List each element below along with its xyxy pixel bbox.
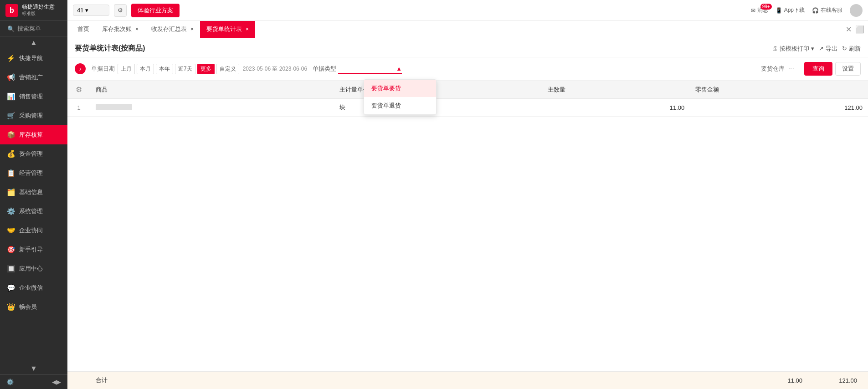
nav-icon-应用中心: 🔲 (6, 264, 15, 273)
sidebar-item-label: 应用中心 (19, 265, 43, 273)
sidebar-item-企业协同[interactable]: 🤝 企业协同 (0, 221, 67, 240)
sidebar-item-系统管理[interactable]: ⚙️ 系统管理 (0, 202, 67, 221)
sidebar-item-基础信息[interactable]: 🗂️ 基础信息 (0, 183, 67, 202)
sidebar-scroll-up[interactable]: ▲ (0, 37, 67, 49)
user-avatar[interactable] (850, 4, 863, 17)
refresh-label: 刷新 (849, 45, 861, 53)
nav-icon-企业微信: 💬 (6, 283, 15, 292)
date-btn-last-month[interactable]: 上月 (118, 64, 135, 74)
sidebar-collapse-icon[interactable]: ◀▶ (52, 379, 61, 385)
settings-icon[interactable]: ⚙️ (6, 379, 14, 385)
dropdown-item-label: 要货单退货 (371, 102, 401, 109)
dropdown-item-要货单要货[interactable]: 要货单要货 (364, 80, 436, 97)
sidebar-item-企业微信[interactable]: 💬 企业微信 (0, 278, 67, 297)
nav-icon-系统管理: ⚙️ (6, 207, 15, 216)
tab-close-icon[interactable]: × (190, 26, 194, 32)
sidebar-search[interactable]: 🔍 搜索菜单 (0, 21, 67, 37)
date-btn-7days[interactable]: 近7天 (175, 64, 195, 74)
table-container: ⚙ 商品 主计量单位 主数量 零售金额 1 (67, 81, 868, 371)
date-btn-this-month[interactable]: 本月 (137, 64, 154, 74)
tabsbar: 首页 库存批次账 × 收发存汇总表 × 要货单统计表 × ✕ ⬜ (67, 21, 868, 38)
filter-bar: › 单据日期 上月 本月 本年 近7天 更多 自定义 2023-05-06 至 … (67, 57, 868, 81)
sidebar-item-label: 企业微信 (19, 284, 43, 292)
tab-label: 库存批次账 (102, 25, 132, 33)
refresh-button[interactable]: ↻ 刷新 (842, 45, 861, 53)
date-btn-more[interactable]: 更多 (197, 64, 215, 74)
sidebar-item-label: 采购管理 (19, 112, 43, 120)
sidebar-item-经营管理[interactable]: 📋 经营管理 (0, 164, 67, 183)
app-logo-icon: b (5, 4, 18, 17)
filter-actions: 查询 设置 (804, 62, 861, 76)
sidebar-item-销售管理[interactable]: 📊 销售管理 (0, 87, 67, 106)
tab-close-icon[interactable]: × (246, 26, 249, 32)
industry-button[interactable]: 体验行业方案 (131, 4, 180, 17)
chevron-right-icon: › (79, 65, 82, 72)
sidebar-item-快捷导航[interactable]: ⚡ 快捷导航 (0, 49, 67, 68)
date-filter-label: 单据日期 (91, 65, 115, 73)
app-name: 畅捷通好生意 (22, 4, 55, 11)
tab-home[interactable]: 首页 (71, 21, 96, 38)
warehouse-filter-label: 要货仓库 (761, 65, 785, 73)
dropdown-item-要货单退货[interactable]: 要货单退货 (364, 97, 436, 114)
page-title: 要货单统计表(按商品) (75, 44, 145, 53)
export-label: 导出 (826, 45, 837, 53)
messages-button[interactable]: ✉ 消息 99+ (751, 6, 768, 14)
tab-label: 收发存汇总表 (151, 25, 187, 33)
type-dropdown: 要货单要货 要货单退货 (364, 79, 437, 115)
page-actions: 🖨 按模板打印 ▾ ↗ 导出 ↻ 刷新 (772, 45, 861, 53)
topbar-settings-button[interactable]: ⚙ (114, 4, 127, 17)
nav-icon-销售管理: 📊 (6, 92, 15, 101)
sidebar-item-畅会员[interactable]: 👑 畅会员 (0, 297, 67, 317)
col-product: 商品 (90, 81, 334, 99)
tab-receive-send[interactable]: 收发存汇总表 × (145, 21, 200, 38)
close-window-icon[interactable]: ✕ (846, 25, 852, 34)
print-label: 按模板打印 (780, 45, 809, 53)
nav-icon-企业协同: 🤝 (6, 226, 15, 235)
warehouse-more-icon[interactable]: ··· (788, 65, 794, 73)
online-service-button[interactable]: 🎧 在线客服 (812, 6, 842, 14)
type-filter-label: 单据类型 (313, 65, 336, 73)
sidebar-nav: ⚡ 快捷导航 📢 营销推广 📊 销售管理 🛒 采购管理 📦 库存核算 💰 资金管… (0, 49, 67, 363)
service-icon: 🎧 (812, 7, 819, 14)
sidebar-item-应用中心[interactable]: 🔲 应用中心 (0, 259, 67, 278)
sidebar-item-label: 企业协同 (19, 226, 43, 235)
topbar: 41 ▾ ⚙ 体验行业方案 ✉ 消息 99+ 📱 App下载 🎧 在线客服 (67, 0, 868, 21)
app-download-button[interactable]: 📱 App下载 (776, 6, 805, 14)
tab-label: 要货单统计表 (206, 25, 242, 33)
type-arrow-icon[interactable]: ▲ (396, 65, 402, 72)
sidebar-scroll-down[interactable]: ▼ (0, 363, 67, 374)
gear-icon: ⚙ (118, 7, 123, 14)
tab-inventory-batch[interactable]: 库存批次账 × (96, 21, 145, 38)
print-button[interactable]: 🖨 按模板打印 ▾ (772, 45, 814, 53)
sidebar-item-采购管理[interactable]: 🛒 采购管理 (0, 106, 67, 125)
date-btn-this-year[interactable]: 本年 (156, 64, 173, 74)
type-filter-group: 单据类型 ▲ (313, 64, 402, 74)
sidebar-item-营销推广[interactable]: 📢 营销推广 (0, 68, 67, 87)
sidebar-item-资金管理[interactable]: 💰 资金管理 (0, 144, 67, 164)
query-button[interactable]: 查询 (804, 62, 832, 76)
date-btn-custom[interactable]: 自定义 (216, 64, 239, 74)
table-row: 1 块 11.00 121.00 (67, 99, 868, 117)
tab-close-icon[interactable]: × (135, 26, 139, 32)
filter-expand-button[interactable]: › (75, 63, 86, 74)
col-settings-icon[interactable]: ⚙ (76, 85, 82, 94)
org-selector[interactable]: 41 ▾ (73, 5, 109, 16)
warehouse-filter-group: 要货仓库 ··· (761, 65, 794, 73)
app-edition: 标准版 (22, 10, 55, 17)
search-icon: 🔍 (7, 26, 15, 32)
nav-icon-快捷导航: ⚡ (6, 54, 15, 63)
sidebar-item-库存核算[interactable]: 📦 库存核算 (0, 125, 67, 144)
export-button[interactable]: ↗ 导出 (819, 45, 837, 53)
online-service-label: 在线客服 (821, 6, 842, 14)
nav-icon-畅会员: 👑 (6, 302, 15, 312)
sidebar-item-新手引导[interactable]: 🎯 新手引导 (0, 240, 67, 259)
filter-settings-button[interactable]: 设置 (835, 62, 861, 76)
sidebar-item-label: 基础信息 (19, 188, 43, 196)
nav-icon-新手引导: 🎯 (6, 245, 15, 254)
nav-icon-经营管理: 📋 (6, 169, 15, 178)
print-icon: 🖨 (772, 45, 778, 52)
sidebar-item-label: 快捷导航 (19, 54, 43, 62)
table-footer: 合计 11.00 121.00 (67, 371, 868, 389)
maximize-icon[interactable]: ⬜ (855, 25, 864, 34)
tab-order-stats[interactable]: 要货单统计表 × (200, 21, 255, 38)
